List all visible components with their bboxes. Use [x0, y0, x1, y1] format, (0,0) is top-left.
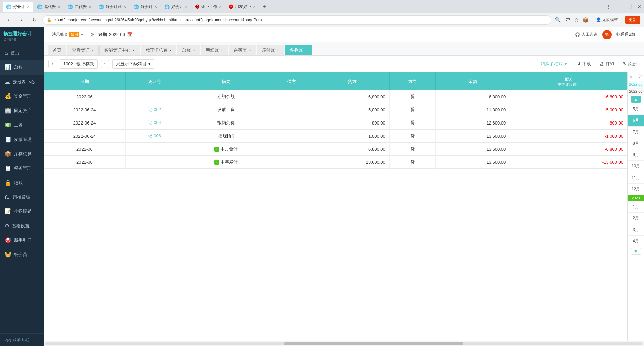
cell-r2-c1[interactable]: 记-004	[125, 116, 183, 130]
sidebar-item-archive[interactable]: 🗂 归档管理	[0, 190, 44, 204]
search-icon[interactable]: 🔍	[555, 17, 561, 23]
consult-button[interactable]: 🎧 人工咨询	[575, 32, 598, 37]
new-tab-button[interactable]: +	[260, 2, 269, 11]
close-window-icon[interactable]: ✕	[637, 4, 641, 9]
sidebar-item-guide[interactable]: 🎯 新手引导	[0, 233, 44, 247]
sidebar-item-payroll[interactable]: 💵 工资	[0, 118, 44, 132]
cell-r4-c1[interactable]	[125, 143, 183, 156]
tab-close-6[interactable]: ✕	[185, 5, 188, 9]
cell-r3-c1[interactable]: 记-006	[125, 130, 183, 143]
tab-close-7[interactable]: ✕	[219, 5, 222, 9]
tab-voucher-summary[interactable]: 凭证汇总表 ×	[141, 45, 176, 55]
account-select[interactable]: 1002 银行存款	[60, 59, 98, 69]
tab-gl-close[interactable]: ×	[193, 48, 195, 52]
tab-close-1[interactable]: ✕	[58, 5, 60, 9]
browser-tab-active[interactable]: 🌐 好会计 ✕	[3, 2, 33, 12]
voucher-link[interactable]: 记-006	[148, 133, 161, 138]
tab-smart-voucher[interactable]: 智能凭证中心 ×	[99, 45, 140, 55]
cell-r1-c1[interactable]: 记-002	[125, 103, 183, 116]
browser-tab-7[interactable]: 🅒 企业工作 ✕	[192, 2, 225, 12]
sidebar-item-settings[interactable]: ⚙ 基础设置	[0, 218, 44, 233]
month-item-5[interactable]: 10月	[628, 161, 644, 172]
browser-tab-6[interactable]: 🌐 好会计 ✕	[161, 2, 191, 12]
close-panel-button[interactable]: ✕	[629, 74, 633, 79]
tab-detail-ledger[interactable]: 明细账 ×	[201, 45, 228, 55]
month-item-1[interactable]: 6月	[628, 115, 644, 127]
tab-sl-close[interactable]: ×	[277, 48, 279, 52]
browser-tab-8[interactable]: 🅨 用友好业 ✕	[226, 2, 259, 12]
forward-button[interactable]: ›	[17, 15, 26, 25]
sidebar-item-fixed-assets[interactable]: 🏢 固定资产	[0, 103, 44, 118]
cell-r5-c1[interactable]	[125, 156, 183, 169]
month-item-6[interactable]: 11月	[628, 172, 644, 184]
tab-mc-close[interactable]: ×	[305, 48, 307, 52]
month-item-9[interactable]: 1月	[628, 201, 644, 213]
month-item-4[interactable]: 9月	[628, 149, 644, 161]
reload-button[interactable]: ↻	[30, 15, 39, 25]
tab-multi-column[interactable]: 多栏账 ×	[285, 45, 312, 55]
month-item-7[interactable]: 12月	[628, 184, 644, 195]
tab-voucher-close[interactable]: ×	[92, 48, 94, 52]
sidebar-item-cloud-report[interactable]: ☁ 云报表中心	[0, 75, 44, 89]
month-item-3[interactable]: 8月	[628, 138, 644, 149]
sidebar-item-close-account[interactable]: 🔒 结账	[0, 176, 44, 190]
month-item-12[interactable]: 4月	[628, 236, 644, 247]
back-button[interactable]: ‹	[4, 15, 13, 25]
month-item-0[interactable]: 5月	[628, 104, 644, 115]
tab-dl-close[interactable]: ×	[221, 48, 223, 52]
prev-account-button[interactable]: ‹	[48, 60, 56, 68]
sidebar-pin-button[interactable]: ◁◁ 取消固定	[0, 334, 44, 346]
sidebar-item-invoice[interactable]: 🧾 发票管理	[0, 132, 44, 147]
month-item-2[interactable]: 7月	[628, 127, 644, 138]
multi-column-button[interactable]: 特殊多栏账 ▾	[537, 59, 571, 69]
sidebar-item-tax[interactable]: 📋 税务管理	[0, 161, 44, 176]
tab-general-ledger[interactable]: 总账 ×	[177, 45, 200, 55]
month-item-11[interactable]: 3月	[628, 224, 644, 236]
star-icon[interactable]: ☆	[574, 17, 579, 23]
extension-icon[interactable]: 📦	[583, 17, 589, 23]
month-item-8[interactable]: 2023	[628, 195, 644, 201]
address-bar[interactable]: 🔒 cloud2.chanjet.com/accounting/uh26t264…	[42, 15, 551, 25]
scroll-down-button[interactable]: ▼	[631, 248, 641, 255]
tab-close-2[interactable]: ✕	[89, 5, 91, 9]
tab-bs-close[interactable]: ×	[249, 48, 251, 52]
tab-view-voucher[interactable]: 查看凭证 ×	[67, 45, 99, 55]
expand-panel-button[interactable]: ⤢	[639, 74, 643, 79]
print-button[interactable]: 🖨 打印	[597, 60, 617, 68]
tab-close-5[interactable]: ✕	[154, 5, 157, 9]
next-account-button[interactable]: ›	[101, 60, 109, 68]
filter-dropdown[interactable]: 只显示下级科目 ▾	[112, 59, 154, 69]
refresh-button[interactable]: ↻ 刷新	[620, 60, 639, 68]
scroll-up-button[interactable]: ▲	[631, 96, 641, 103]
user-avatar[interactable]: 畅	[602, 30, 612, 39]
sidebar-item-inventory[interactable]: 📦 库存核算	[0, 147, 44, 161]
browser-tab-5[interactable]: 🌐 好会计 ✕	[130, 2, 160, 12]
tab-close-3[interactable]: ✕	[123, 5, 126, 9]
tab-home[interactable]: 首页	[48, 45, 66, 55]
tab-vsum-close[interactable]: ×	[169, 48, 171, 52]
tab-smart-close[interactable]: ×	[132, 48, 135, 52]
voucher-link[interactable]: 记-002	[148, 107, 161, 112]
cell-r0-c1[interactable]	[125, 90, 183, 103]
sidebar-item-ledger[interactable]: 📊 总账	[0, 60, 44, 75]
voucher-link[interactable]: 记-004	[148, 120, 161, 125]
settings-gear-icon[interactable]: ⚙	[90, 32, 94, 38]
tab-close-active[interactable]: ✕	[27, 5, 30, 9]
sidebar-item-funds[interactable]: 💰 资金管理	[0, 89, 44, 103]
maximize-icon[interactable]: ⬜	[626, 4, 632, 9]
sidebar-item-home[interactable]: ⌂ 首页	[0, 46, 44, 60]
browser-tab-1[interactable]: 🌐 易代账 ✕	[34, 2, 64, 12]
download-button[interactable]: ⬇ 下载	[575, 60, 594, 68]
calendar-icon[interactable]: 📅	[127, 32, 132, 37]
month-item-10[interactable]: 2月	[628, 213, 644, 224]
browser-tab-3[interactable]: 🌐 好会计账 ✕	[95, 2, 129, 12]
sidebar-item-expense[interactable]: 📝 小畅报销	[0, 204, 44, 218]
horizontal-scrollbar[interactable]	[44, 341, 644, 346]
minimize-icon[interactable]: —	[616, 4, 621, 9]
tab-balance-sheet[interactable]: 余额表 ×	[229, 45, 256, 55]
demo-dropdown-icon[interactable]: ▾	[81, 32, 83, 37]
browser-tab-2[interactable]: 🌐 易代账 ✕	[64, 2, 95, 12]
tab-close-8[interactable]: ✕	[253, 5, 256, 9]
tab-sequence-ledger[interactable]: 序时账 ×	[257, 45, 284, 55]
scrollbar-thumb[interactable]	[284, 342, 464, 345]
